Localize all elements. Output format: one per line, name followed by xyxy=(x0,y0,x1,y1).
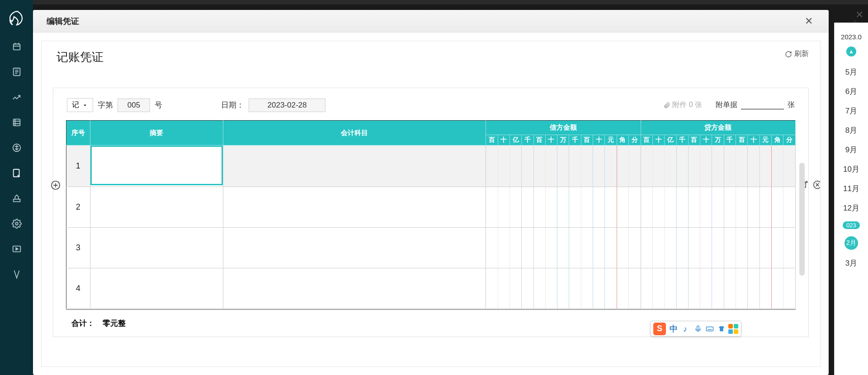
amount-digit-cell[interactable] xyxy=(700,187,712,228)
amount-digit-cell[interactable] xyxy=(522,268,533,309)
amount-digit-cell[interactable] xyxy=(760,187,771,228)
amount-digit-cell[interactable] xyxy=(783,187,796,228)
month-item[interactable]: 6月 xyxy=(845,84,857,99)
amount-digit-cell[interactable] xyxy=(569,228,581,268)
amount-digit-cell[interactable] xyxy=(581,187,593,228)
month-item[interactable]: 3月 xyxy=(845,256,857,271)
amount-digit-cell[interactable] xyxy=(748,228,760,268)
amount-digit-cell[interactable] xyxy=(498,187,509,228)
prefix-select[interactable]: 记 xyxy=(67,98,93,112)
amount-digit-cell[interactable] xyxy=(509,187,521,228)
nav-icon-4[interactable] xyxy=(11,117,23,128)
amount-digit-cell[interactable] xyxy=(557,145,569,187)
amount-digit-cell[interactable] xyxy=(617,228,628,268)
amount-digit-cell[interactable] xyxy=(569,268,581,309)
summary-input[interactable] xyxy=(90,268,223,309)
amount-digit-cell[interactable] xyxy=(676,228,688,268)
ime-mode[interactable]: 中 xyxy=(668,323,679,334)
amount-digit-cell[interactable] xyxy=(486,268,498,309)
summary-input[interactable] xyxy=(90,145,223,185)
amount-digit-cell[interactable] xyxy=(700,145,712,187)
amount-digit-cell[interactable] xyxy=(760,228,771,268)
amount-digit-cell[interactable] xyxy=(545,268,557,309)
amount-digit-cell[interactable] xyxy=(676,145,688,187)
active-month[interactable]: 2月 xyxy=(844,236,858,250)
nav-icon-10[interactable] xyxy=(11,268,23,280)
table-row[interactable]: 4 xyxy=(66,268,796,309)
amount-digit-cell[interactable] xyxy=(712,228,724,268)
amount-digit-cell[interactable] xyxy=(533,145,545,187)
summary-cell[interactable] xyxy=(90,268,223,309)
amount-digit-cell[interactable] xyxy=(652,228,664,268)
month-item[interactable]: 12月 xyxy=(843,201,859,216)
amount-digit-cell[interactable] xyxy=(748,268,760,309)
month-item[interactable]: 10月 xyxy=(843,162,859,177)
voucher-date-input[interactable] xyxy=(249,98,326,112)
table-row[interactable]: 3 xyxy=(66,228,796,268)
amount-digit-cell[interactable] xyxy=(700,228,712,268)
amount-digit-cell[interactable] xyxy=(498,228,509,268)
amount-digit-cell[interactable] xyxy=(557,228,569,268)
amount-digit-cell[interactable] xyxy=(629,228,641,268)
amount-digit-cell[interactable] xyxy=(665,187,676,228)
close-icon[interactable]: ✕ xyxy=(802,15,815,27)
delete-row-icon[interactable] xyxy=(813,180,821,190)
amount-digit-cell[interactable] xyxy=(545,145,557,187)
amount-digit-cell[interactable] xyxy=(486,228,498,268)
subject-cell[interactable] xyxy=(223,268,486,309)
refresh-button[interactable]: 刷新 xyxy=(785,49,809,59)
amount-digit-cell[interactable] xyxy=(522,228,533,268)
amount-digit-cell[interactable] xyxy=(533,187,545,228)
amount-digit-cell[interactable] xyxy=(652,268,664,309)
scroll-top-icon[interactable]: ▲ xyxy=(846,47,856,56)
amount-digit-cell[interactable] xyxy=(688,187,700,228)
amount-digit-cell[interactable] xyxy=(581,228,593,268)
amount-digit-cell[interactable] xyxy=(593,228,605,268)
amount-digit-cell[interactable] xyxy=(688,145,700,187)
summary-input[interactable] xyxy=(90,187,223,227)
panel-close-icon[interactable]: ✕ xyxy=(855,9,863,21)
amount-digit-cell[interactable] xyxy=(509,268,521,309)
summary-cell[interactable] xyxy=(90,145,223,187)
amount-digit-cell[interactable] xyxy=(605,187,617,228)
summary-cell[interactable] xyxy=(90,187,223,228)
amount-digit-cell[interactable] xyxy=(712,187,724,228)
nav-icon-3[interactable] xyxy=(11,91,23,103)
amount-digit-cell[interactable] xyxy=(724,228,736,268)
amount-digit-cell[interactable] xyxy=(605,228,617,268)
amount-digit-cell[interactable] xyxy=(724,145,736,187)
month-item[interactable]: 5月 xyxy=(845,65,857,80)
ime-mic-icon[interactable] xyxy=(693,324,703,334)
amount-digit-cell[interactable] xyxy=(581,268,593,309)
month-item[interactable]: 11月 xyxy=(843,181,859,196)
slip-input[interactable] xyxy=(741,101,784,109)
amount-digit-cell[interactable] xyxy=(509,145,521,187)
ime-punct-icon[interactable] xyxy=(681,324,691,334)
nav-icon-8[interactable] xyxy=(11,218,23,230)
amount-digit-cell[interactable] xyxy=(641,228,652,268)
amount-digit-cell[interactable] xyxy=(724,268,736,309)
nav-icon-5[interactable] xyxy=(11,142,23,154)
amount-digit-cell[interactable] xyxy=(641,145,652,187)
amount-digit-cell[interactable] xyxy=(783,268,796,309)
amount-digit-cell[interactable] xyxy=(688,268,700,309)
nav-icon-7[interactable] xyxy=(11,192,23,204)
subject-cell[interactable] xyxy=(223,145,486,187)
amount-digit-cell[interactable] xyxy=(748,187,760,228)
amount-digit-cell[interactable] xyxy=(712,268,724,309)
amount-digit-cell[interactable] xyxy=(569,145,581,187)
nav-icon-1[interactable] xyxy=(11,41,23,52)
amount-digit-cell[interactable] xyxy=(676,268,688,309)
amount-digit-cell[interactable] xyxy=(629,145,641,187)
amount-digit-cell[interactable] xyxy=(652,145,664,187)
attachment-link[interactable]: 附件 0 张 xyxy=(663,100,702,110)
amount-digit-cell[interactable] xyxy=(617,268,628,309)
amount-digit-cell[interactable] xyxy=(736,145,748,187)
amount-digit-cell[interactable] xyxy=(772,268,783,309)
amount-digit-cell[interactable] xyxy=(522,145,533,187)
amount-digit-cell[interactable] xyxy=(772,145,783,187)
month-item[interactable]: 9月 xyxy=(845,142,857,157)
table-row[interactable]: 1 xyxy=(66,145,796,187)
add-row-icon[interactable] xyxy=(51,180,61,190)
amount-digit-cell[interactable] xyxy=(760,145,771,187)
